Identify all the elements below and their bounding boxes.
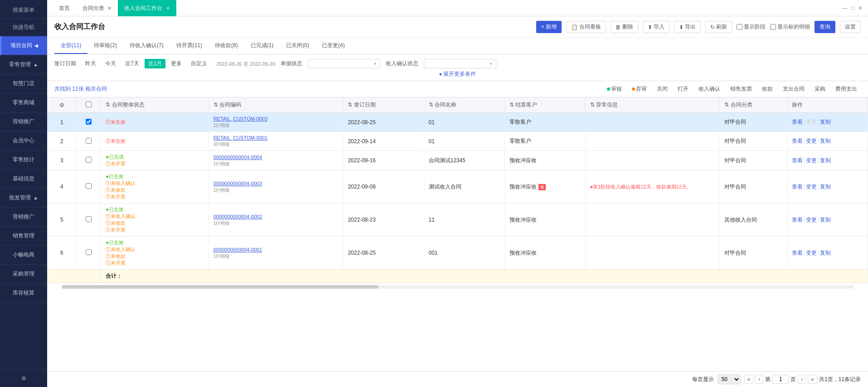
sales-invoice-button[interactable]: 销售发票 [727,84,756,94]
row-checkbox[interactable] [86,216,92,222]
close-contract-button[interactable]: 关闭 [653,84,671,94]
close-window-icon[interactable]: ✕ [858,5,863,11]
page-size-select[interactable]: 50 20 100 [718,374,741,384]
action-link-复制[interactable]: 复制 [820,157,831,164]
contract-code-link[interactable]: 0000000000004-0003 [213,181,262,186]
query-button[interactable]: 查询 [815,21,835,33]
sub-tab-pending-confirm[interactable]: 待收入确认(7) [123,38,170,54]
sub-tab-pending-invoice[interactable]: 待开票(11) [170,38,209,54]
sidebar-item-basic-info[interactable]: 基础信息 [0,169,47,189]
sidebar-item-sales-mgmt[interactable]: 销售管理 [0,227,47,246]
date-option-1month[interactable]: 近1月 [145,59,166,68]
income-confirm-select[interactable]: ▾ [424,59,496,68]
action-link-查看[interactable]: 查看 [792,157,803,164]
tab-income-workbench[interactable]: 收入合同工作台 ✕ [118,0,176,16]
export-button[interactable]: ⬇ 导出 [674,21,701,33]
sidebar-item-retail-stats[interactable]: 零售统计 [0,150,47,169]
contract-code-link[interactable]: RETAIL_CUSTOM-0003 [213,116,267,121]
contract-code-link[interactable]: RETAIL_CUSTOM-0001 [213,135,267,140]
action-link-查看[interactable]: 查看 [792,250,803,256]
action-link-复制[interactable]: 复制 [820,217,831,223]
sidebar-item-marketing2[interactable]: 营销推广 [0,208,47,227]
close-contract-category-icon[interactable]: ✕ [107,5,112,11]
action-link-查看[interactable]: 查看 [792,119,803,125]
contract-board-button[interactable]: 📋 合同看板 [566,21,606,33]
next-page-button[interactable]: › [798,375,806,384]
abandon-audit-button[interactable]: 弃审 [628,84,650,94]
sidebar-item-xiaochang[interactable]: 小畅电商 [0,246,47,265]
contract-code-link[interactable]: 0000000000004-0002 [213,214,262,219]
row-checkbox[interactable] [86,249,92,255]
sidebar-item-retail-mgmt[interactable]: 零售管理 ▲ [0,55,47,74]
sidebar-item-wholesale[interactable]: 批发管理 ▲ [0,189,47,208]
sub-tab-changed[interactable]: 已变更(4) [315,38,351,54]
th-settings[interactable]: ⚙ [47,97,77,113]
first-page-button[interactable]: « [744,375,754,384]
sidebar-item-retail-mall[interactable]: 零售商城 [0,93,47,112]
show-stages-checkbox[interactable] [737,24,742,30]
sidebar-item-inventory[interactable]: 库存核算 [0,284,47,303]
select-all-checkbox[interactable] [86,102,92,107]
row-checkbox[interactable] [86,138,92,144]
date-option-yesterday[interactable]: 昨天 [82,59,100,68]
page-number-input[interactable] [772,375,789,384]
minimize-icon[interactable]: — [842,5,848,11]
purchase-button[interactable]: 采购 [811,84,829,94]
sub-tab-closed[interactable]: 已关闭(0) [280,38,315,54]
tab-home[interactable]: 首页 [53,0,76,16]
doc-status-select[interactable]: ▾ [308,59,380,68]
action-link-复制[interactable]: 复制 [820,184,831,190]
sub-tab-completed[interactable]: 已完成(1) [244,38,280,54]
action-link-查看[interactable]: 查看 [792,138,803,144]
row-checkbox[interactable] [86,183,92,189]
action-link-查看[interactable]: 查看 [792,184,803,190]
open-contract-button[interactable]: 打开 [674,84,692,94]
row-checkbox[interactable] [86,119,92,125]
action-link-复制[interactable]: 复制 [820,119,831,125]
action-link-变更[interactable]: 变更 [806,250,817,256]
sub-tab-all[interactable]: 全部(11) [54,38,87,54]
import-button[interactable]: ⬆ 导入 [643,21,669,33]
action-link-查看[interactable]: 查看 [792,217,803,223]
refresh-button[interactable]: ↻ 刷新 [705,21,732,33]
expand-filter-btn[interactable]: ▾ 展开更多条件 [439,70,476,78]
contract-code-link[interactable]: 0000000000004-0001 [213,247,262,252]
show-stages-checkbox-label[interactable]: 显示阶段 [737,23,766,31]
sub-tab-pending-payment[interactable]: 待收款(8) [209,38,244,54]
action-link-复制[interactable]: 复制 [820,250,831,256]
sub-tab-pending-review[interactable]: 待审核(2) [87,38,123,54]
contract-code-link[interactable]: 0000000000004-0004 [213,155,262,160]
date-option-custom[interactable]: 自定义 [187,59,211,68]
row-checkbox[interactable] [86,157,92,163]
show-details-checkbox[interactable] [770,24,776,30]
sidebar-item-smart-store[interactable]: 智慧门店 [0,74,47,93]
expense-out-button[interactable]: 费用支出 [832,84,861,94]
horizontal-scrollbar[interactable] [62,285,853,289]
date-option-7days[interactable]: 近7天 [121,59,143,68]
maximize-icon[interactable]: □ [851,5,854,11]
sidebar-item-member[interactable]: 会员中心 [0,131,47,150]
action-link-复制[interactable]: 复制 [820,138,831,144]
sidebar-item-project[interactable]: 项目合同 ◀ [0,36,47,55]
sidebar-item-purchase[interactable]: 采购管理 [0,265,47,284]
sidebar-item-marketing[interactable]: 营销推广 [0,112,47,131]
audit-button[interactable]: 审核 [603,84,626,94]
expense-contract-button[interactable]: 支出合同 [779,84,808,94]
action-link-变更[interactable]: 变更 [806,119,817,125]
date-option-more[interactable]: 更多 [167,59,185,68]
settings-button[interactable]: 设置 [840,21,861,33]
collect-payment-button[interactable]: 收款 [758,84,776,94]
tab-contract-category[interactable]: 合同分类 ✕ [76,0,118,16]
sidebar-settings[interactable]: ⚙ [0,369,47,387]
action-link-变更[interactable]: 变更 [806,157,817,164]
scrollbar-thumb[interactable] [62,285,378,289]
date-option-today[interactable]: 今天 [102,59,120,68]
last-page-button[interactable]: » [808,375,817,384]
income-confirm-button[interactable]: 收入确认 [695,84,724,94]
close-income-workbench-icon[interactable]: ✕ [166,5,170,11]
action-link-变更[interactable]: 变更 [806,217,817,223]
delete-button[interactable]: 🗑 删除 [611,21,638,33]
action-link-变更[interactable]: 变更 [806,184,817,190]
action-link-变更[interactable]: 变更 [806,138,817,144]
prev-page-button[interactable]: ‹ [755,375,763,384]
